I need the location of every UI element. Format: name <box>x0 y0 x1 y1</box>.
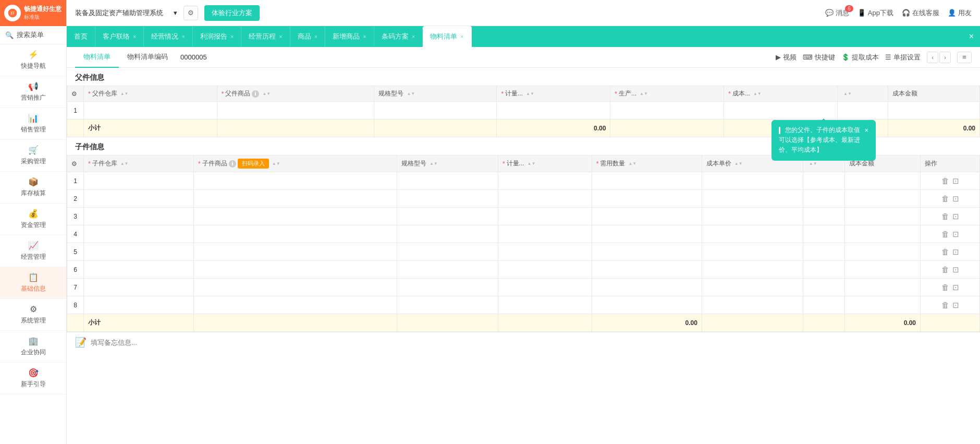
child-qty-7[interactable] <box>592 279 702 296</box>
sort-ch-ucost[interactable]: ▲▼ <box>734 162 743 166</box>
child-unit-8[interactable] <box>498 296 592 314</box>
parent-product-1[interactable] <box>217 102 374 119</box>
child-warehouse-7[interactable] <box>84 279 194 296</box>
sort-arrows-product[interactable]: ▲▼ <box>262 92 271 96</box>
sidebar-item-system[interactable]: ⚙ 系统管理 <box>0 299 66 331</box>
sidebar-item-basic-info[interactable]: 📋 基础信息 <box>0 267 66 299</box>
delete-icon-4[interactable]: 🗑 <box>941 230 949 238</box>
child-ucost-5[interactable] <box>702 243 803 261</box>
child-qty-5[interactable] <box>592 243 702 261</box>
info-icon-child-product[interactable]: ℹ <box>229 160 236 167</box>
copy-icon-2[interactable]: ⊡ <box>952 194 959 203</box>
child-warehouse-5[interactable] <box>84 243 194 261</box>
parent-col-settings[interactable]: ⚙ <box>67 86 84 102</box>
sort-arrows-production[interactable]: ▲▼ <box>640 92 648 96</box>
experience-button[interactable]: 体验行业方案 <box>204 5 260 21</box>
child-product-1[interactable] <box>194 172 397 190</box>
child-qty-8[interactable] <box>592 296 702 314</box>
sort-ch-warehouse[interactable]: ▲▼ <box>120 162 129 166</box>
tab-new-product-close[interactable]: × <box>363 33 366 40</box>
tab-history-close[interactable]: × <box>279 33 282 40</box>
sort-arrows-cost[interactable]: ▲▼ <box>753 92 762 96</box>
child-product-3[interactable] <box>194 208 397 225</box>
search-menu-item[interactable]: 🔍 搜索菜单 <box>0 26 66 44</box>
delete-icon-8[interactable]: 🗑 <box>941 301 949 309</box>
message-item[interactable]: 💬 6 消息 <box>825 8 849 18</box>
child-unit-6[interactable] <box>498 261 592 279</box>
parent-spec-1[interactable] <box>374 102 497 119</box>
child-ucost-7[interactable] <box>702 279 803 296</box>
child-qty-2[interactable] <box>592 190 702 208</box>
child-ucost-2[interactable] <box>702 190 803 208</box>
sort-ch-spec[interactable]: ▲▼ <box>430 162 438 166</box>
child-spec-6[interactable] <box>397 261 498 279</box>
child-warehouse-8[interactable] <box>84 296 194 314</box>
tab-operations[interactable]: 经营情况 × <box>144 26 192 47</box>
sort-arrows-col[interactable]: ▲▼ <box>843 92 852 96</box>
user-item[interactable]: 👤 用友 <box>948 8 972 18</box>
copy-icon-5[interactable]: ⊡ <box>952 247 959 257</box>
memo-input[interactable] <box>91 339 972 346</box>
sidebar-item-purchase[interactable]: 🛒 采购管理 <box>0 140 66 172</box>
sort-arrows-spec[interactable]: ▲▼ <box>407 92 415 96</box>
tab-customers[interactable]: 客户联络 × <box>95 26 144 47</box>
sidebar-item-operations[interactable]: 📈 经营管理 <box>0 235 66 267</box>
child-ucost-4[interactable] <box>702 225 803 243</box>
sort-ch-product[interactable]: ▲▼ <box>272 162 280 166</box>
child-unit-3[interactable] <box>498 208 592 225</box>
sidebar-item-enterprise[interactable]: 🏢 企业协同 <box>0 331 66 363</box>
child-product-4[interactable] <box>194 225 397 243</box>
child-spec-4[interactable] <box>397 225 498 243</box>
tab-bom-close[interactable]: × <box>460 33 463 40</box>
copy-icon-6[interactable]: ⊡ <box>952 265 959 274</box>
child-spec-2[interactable] <box>397 190 498 208</box>
sidebar-item-quick-nav[interactable]: ⚡ 快捷导航 <box>0 44 66 76</box>
child-ucost-3[interactable] <box>702 208 803 225</box>
tab-home[interactable]: 首页 <box>67 26 95 47</box>
tab-products[interactable]: 商品 × <box>290 26 325 47</box>
sort-ch-sort[interactable]: ▲▼ <box>809 162 817 166</box>
child-product-2[interactable] <box>194 190 397 208</box>
child-spec-3[interactable] <box>397 208 498 225</box>
child-ucost-8[interactable] <box>702 296 803 314</box>
next-btn[interactable]: › <box>939 52 951 63</box>
child-ucost-6[interactable] <box>702 261 803 279</box>
sub-tab-bom-list[interactable]: 物料清单 <box>75 47 119 68</box>
child-qty-3[interactable] <box>592 208 702 225</box>
delete-icon-1[interactable]: 🗑 <box>941 176 949 185</box>
child-unit-1[interactable] <box>498 172 592 190</box>
child-spec-5[interactable] <box>397 243 498 261</box>
child-warehouse-2[interactable] <box>84 190 194 208</box>
scan-input-btn[interactable]: 扫码录入 <box>238 159 269 169</box>
child-unit-4[interactable] <box>498 225 592 243</box>
parent-warehouse-1[interactable] <box>84 102 217 119</box>
video-item[interactable]: ▶ 视频 <box>776 53 797 62</box>
close-all-tabs[interactable]: × <box>963 32 980 41</box>
sidebar-item-inventory[interactable]: 📦 库存核算 <box>0 172 66 203</box>
cost-item[interactable]: 💲 提取成本 <box>841 53 879 62</box>
child-product-5[interactable] <box>194 243 397 261</box>
app-download-item[interactable]: 📱 App下载 <box>858 8 893 18</box>
child-product-6[interactable] <box>194 261 397 279</box>
sort-ch-qty[interactable]: ▲▼ <box>628 162 636 166</box>
child-warehouse-3[interactable] <box>84 208 194 225</box>
delete-icon-3[interactable]: 🗑 <box>941 212 949 221</box>
sub-tab-bom-code[interactable]: 物料清单编码 <box>119 47 176 68</box>
copy-icon-8[interactable]: ⊡ <box>952 301 959 310</box>
system-dropdown[interactable]: ▾ <box>174 9 177 17</box>
child-unit-7[interactable] <box>498 279 592 296</box>
delete-icon-6[interactable]: 🗑 <box>941 265 949 274</box>
child-spec-1[interactable] <box>397 172 498 190</box>
child-unit-5[interactable] <box>498 243 592 261</box>
delete-icon-7[interactable]: 🗑 <box>941 283 949 292</box>
parent-production-1[interactable] <box>610 102 724 119</box>
child-unit-2[interactable] <box>498 190 592 208</box>
shortcut-item[interactable]: ⌨ 快捷键 <box>803 53 835 62</box>
parent-unit-1[interactable] <box>497 102 610 119</box>
info-icon-product[interactable]: ℹ <box>252 90 259 98</box>
delete-icon-5[interactable]: 🗑 <box>941 247 949 256</box>
parent-cost-1[interactable] <box>724 102 838 119</box>
delete-icon-2[interactable]: 🗑 <box>941 194 949 203</box>
child-qty-1[interactable] <box>592 172 702 190</box>
child-product-8[interactable] <box>194 296 397 314</box>
